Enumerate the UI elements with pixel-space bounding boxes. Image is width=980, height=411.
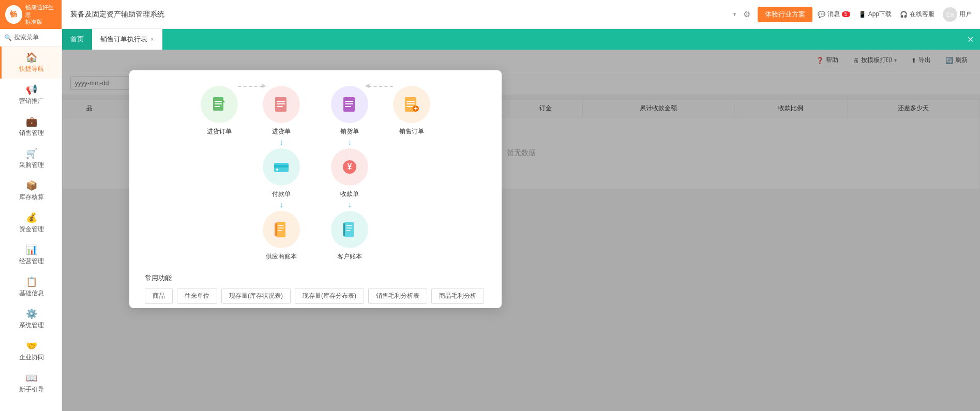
try-industry-button[interactable]: 体验行业方案 bbox=[758, 7, 812, 22]
sidebar-item-quick-guide[interactable]: 🏠 快捷导航 bbox=[0, 47, 62, 79]
app-download-button[interactable]: 📱 App下载 bbox=[858, 10, 892, 19]
payment-in-node[interactable]: ¥ bbox=[331, 148, 368, 186]
arrow-pb-down: ↓ bbox=[279, 136, 283, 148]
arrow-sb-down: ↓ bbox=[348, 136, 352, 148]
svg-rect-3 bbox=[274, 165, 289, 168]
svg-rect-10 bbox=[344, 222, 354, 237]
func-btn-product-profit[interactable]: 商品毛利分析 bbox=[431, 288, 484, 304]
main-area: 装备及固定资产辅助管理系统 ▾ ⚙ 体验行业方案 💬 消息 5 📱 App下载 … bbox=[62, 0, 980, 411]
sales-bill-label: 销货单 bbox=[340, 127, 359, 136]
func-btn-sales-profit[interactable]: 销售毛利分析表 bbox=[368, 288, 427, 304]
sidebar-item-marketing[interactable]: 📢 营销推广 bbox=[0, 79, 62, 111]
sidebar-item-system[interactable]: ⚙️ 系统管理 bbox=[0, 303, 62, 335]
logo-area: 畅 畅康通好生意 标准版 bbox=[0, 0, 62, 29]
system-title: 装备及固定资产辅助管理系统 bbox=[70, 10, 728, 19]
svg-point-4 bbox=[276, 169, 278, 171]
popup-overlay[interactable]: 进货订单 ▶ 进货单 bbox=[62, 50, 980, 411]
user-avatar: Ea bbox=[943, 7, 957, 22]
tab-close-icon[interactable]: × bbox=[150, 36, 154, 43]
purchase-icon: 🛒 bbox=[26, 148, 37, 159]
payment-out-label: 付款单 bbox=[272, 190, 291, 199]
supplier-ledger-node[interactable] bbox=[263, 211, 300, 248]
func-btn-partner[interactable]: 往来单位 bbox=[177, 288, 217, 304]
svg-rect-5 bbox=[276, 222, 285, 237]
user-menu-button[interactable]: Ea 用户 bbox=[943, 7, 972, 22]
sidebar-item-sales[interactable]: 💼 销售管理 bbox=[0, 111, 62, 143]
sidebar-item-inventory[interactable]: 📦 库存核算 bbox=[0, 175, 62, 207]
arrow-pay-down: ↓ bbox=[279, 199, 283, 211]
finance-icon: 💰 bbox=[26, 212, 37, 223]
close-all-tabs-button[interactable]: ✕ bbox=[961, 35, 980, 44]
sidebar-item-finance[interactable]: 💰 资金管理 bbox=[0, 207, 62, 239]
sidebar-nav: 🏠 快捷导航 📢 营销推广 💼 销售管理 🛒 采购管理 📦 库存核算 💰 资金管… bbox=[0, 47, 62, 411]
payment-in-label: 收款单 bbox=[340, 190, 359, 199]
sidebar-item-cooperation[interactable]: 🤝 企业协同 bbox=[0, 335, 62, 367]
sidebar-item-basic-info[interactable]: 📋 基础信息 bbox=[0, 271, 62, 303]
function-buttons: 商品 往来单位 现存量(库存状况表) 现存量(库存分布表) 销售毛利分析表 商品… bbox=[145, 288, 486, 304]
quick-guide-icon: 🏠 bbox=[26, 52, 37, 63]
popup-content-area: 进货订单 ▶ 进货单 bbox=[129, 70, 502, 308]
logo-text: 畅康通好生意 标准版 bbox=[25, 4, 56, 26]
customer-ledger-label: 客户账本 bbox=[337, 252, 362, 261]
svg-text:¥: ¥ bbox=[348, 162, 352, 171]
customer-ledger-node[interactable] bbox=[331, 211, 368, 248]
sales-icon: 💼 bbox=[26, 116, 37, 127]
search-icon: 🔍 bbox=[4, 34, 12, 41]
func-btn-product[interactable]: 商品 bbox=[145, 288, 173, 304]
search-menu[interactable]: 🔍 搜索菜单 bbox=[0, 29, 62, 47]
online-service-button[interactable]: 🎧 在线客服 bbox=[900, 10, 934, 19]
arrow-so-to-sb: ◀ bbox=[368, 86, 393, 101]
tab-home[interactable]: 首页 bbox=[62, 29, 92, 50]
common-functions-title: 常用功能 bbox=[145, 273, 486, 283]
message-badge: 5 bbox=[842, 11, 850, 17]
func-btn-inventory-dist[interactable]: 现存量(库存分布表) bbox=[295, 288, 364, 304]
purchase-order-label: 进货订单 bbox=[207, 127, 232, 136]
content-area: ❓ 帮助 🖨 按模板打印 ▾ ⬆ 导出 🔄 刷新 📅 — 📅 bbox=[62, 50, 980, 411]
service-icon: 🎧 bbox=[900, 11, 908, 18]
payment-out-node[interactable] bbox=[263, 148, 300, 186]
func-btn-inventory-status[interactable]: 现存量(库存状况表) bbox=[221, 288, 291, 304]
flow-col-purchase-bill: 进货单 ↓ 付款单 ↓ bbox=[263, 86, 300, 261]
app-icon: 📱 bbox=[858, 11, 866, 18]
purchase-bill-label: 进货单 bbox=[272, 127, 291, 136]
sales-bill-node[interactable] bbox=[331, 86, 368, 123]
supplier-ledger-label: 供应商账本 bbox=[266, 252, 297, 261]
arrow-recv-down: ↓ bbox=[348, 199, 352, 211]
message-button[interactable]: 💬 消息 5 bbox=[818, 10, 850, 19]
basic-info-icon: 📋 bbox=[26, 276, 37, 287]
operations-icon: 📊 bbox=[26, 244, 37, 255]
quick-guide-popup: 进货订单 ▶ 进货单 bbox=[129, 70, 502, 308]
system-icon: ⚙️ bbox=[26, 308, 37, 319]
sidebar-item-purchase[interactable]: 🛒 采购管理 bbox=[0, 143, 62, 175]
message-icon: 💬 bbox=[818, 11, 825, 18]
sales-order-label: 销售订单 bbox=[399, 127, 424, 136]
top-header: 装备及固定资产辅助管理系统 ▾ ⚙ 体验行业方案 💬 消息 5 📱 App下载 … bbox=[62, 0, 980, 29]
sales-order-node[interactable] bbox=[393, 86, 430, 123]
header-actions: 💬 消息 5 📱 App下载 🎧 在线客服 Ea 用户 bbox=[818, 7, 972, 22]
flow-col-sales-bill: 销货单 ↓ ¥ 收款单 ↓ bbox=[331, 86, 368, 261]
tab-sales-order-execution[interactable]: 销售订单执行表 × bbox=[92, 29, 162, 50]
flow-diagram: 进货订单 ▶ 进货单 bbox=[145, 86, 486, 261]
common-functions: 常用功能 商品 往来单位 现存量(库存状况表) 现存量(库存分布表) 销售毛利分… bbox=[145, 273, 486, 308]
flow-col-sales-order: 销售订单 bbox=[393, 86, 430, 136]
logo-icon: 畅 bbox=[5, 5, 22, 24]
tab-bar: 首页 销售订单执行表 × ✕ bbox=[62, 29, 980, 50]
sidebar-item-tutorial[interactable]: 📖 新手引导 bbox=[0, 367, 62, 399]
arrow-po-to-pb: ▶ bbox=[238, 86, 263, 101]
cooperation-icon: 🤝 bbox=[26, 340, 37, 352]
sidebar: 畅 畅康通好生意 标准版 🔍 搜索菜单 🏠 快捷导航 📢 营销推广 💼 销售管理… bbox=[0, 0, 62, 411]
sidebar-item-operations[interactable]: 📊 经营管理 bbox=[0, 239, 62, 271]
inventory-icon: 📦 bbox=[26, 180, 37, 191]
purchase-bill-node[interactable] bbox=[263, 86, 300, 123]
settings-button[interactable]: ⚙ bbox=[741, 7, 752, 21]
marketing-icon: 📢 bbox=[26, 84, 37, 95]
purchase-order-node[interactable] bbox=[201, 86, 238, 123]
tutorial-icon: 📖 bbox=[26, 372, 37, 384]
flow-col-purchase-order: 进货订单 bbox=[201, 86, 238, 136]
svg-rect-6 bbox=[275, 223, 277, 236]
chevron-down-icon: ▾ bbox=[733, 11, 736, 17]
svg-rect-11 bbox=[343, 223, 345, 236]
